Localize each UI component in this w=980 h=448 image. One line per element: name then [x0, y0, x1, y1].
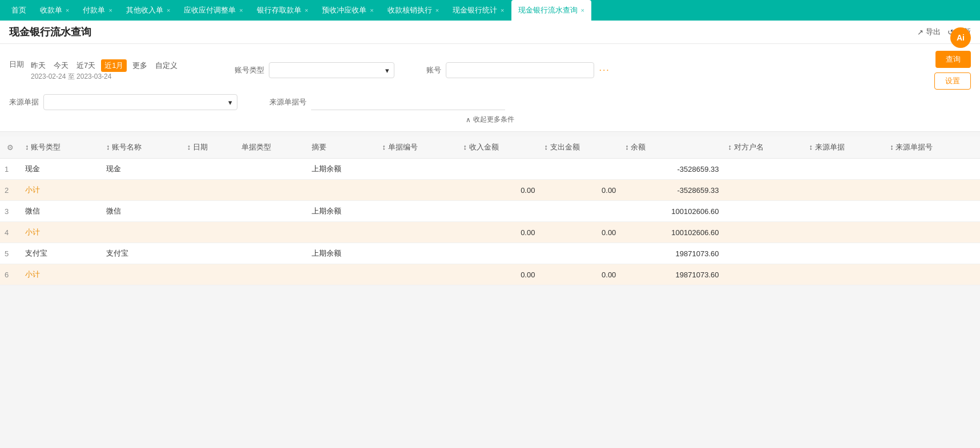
date-option-1month[interactable]: 近1月	[101, 59, 127, 72]
cell-account_name	[102, 222, 183, 243]
date-option-custom[interactable]: 自定义	[153, 59, 180, 72]
setting-button[interactable]: 设置	[934, 72, 971, 90]
table-row: 4小计0.000.00100102606.60	[0, 222, 980, 243]
nav-tab-6[interactable]: 收款核销执行 ×	[381, 0, 446, 21]
nav-tab-1[interactable]: 付款单 ×	[76, 0, 119, 21]
close-icon[interactable]: ×	[239, 7, 243, 14]
nav-tab-5[interactable]: 预收冲应收单 ×	[315, 0, 380, 21]
cell-date	[183, 180, 237, 201]
cell-counterpart	[724, 159, 805, 180]
column-expense[interactable]: ↕ 支出金额	[539, 136, 620, 159]
nav-tab-4[interactable]: 银行存取款单 ×	[250, 0, 315, 21]
cell-expense: 0.00	[539, 180, 620, 201]
close-icon[interactable]: ×	[581, 7, 584, 14]
nav-home[interactable]: 首页	[5, 0, 33, 21]
cell-account_name: 现金	[102, 159, 183, 180]
cell-expense	[539, 201, 620, 222]
column-balance[interactable]: ↕ 余额	[620, 136, 723, 159]
nav-tab-3[interactable]: 应收应付调整单 ×	[177, 0, 249, 21]
cell-source_doc_num	[885, 159, 980, 180]
close-icon[interactable]: ×	[501, 7, 504, 14]
cell-summary: 上期余额	[307, 159, 378, 180]
table-row: 6小计0.000.0019871073.60	[0, 264, 980, 285]
table-row: 2小计0.000.00-3528659.33	[0, 180, 980, 201]
export-button[interactable]: ↗ 导出	[917, 27, 941, 37]
cell-source_doc	[804, 243, 885, 264]
cell-source_doc	[804, 201, 885, 222]
nav-tab-0[interactable]: 收款单 ×	[33, 0, 76, 21]
cell-account_type: 小计	[21, 264, 102, 285]
close-icon[interactable]: ×	[305, 7, 308, 14]
table-container: ⚙ ↕ 账号类型 ↕ 账号名称 ↕ 日期 单据类型 摘要	[0, 136, 980, 285]
cell-summary	[307, 180, 378, 201]
export-icon: ↗	[917, 28, 923, 37]
cell-account_type: 小计	[21, 180, 102, 201]
close-icon[interactable]: ×	[167, 7, 170, 14]
column-source-doc-num[interactable]: ↕ 来源单据号	[885, 136, 980, 159]
nav-tab-8[interactable]: 现金银行流水查询 ×	[511, 0, 591, 21]
more-options-button[interactable]: ···	[599, 65, 610, 75]
ai-badge[interactable]: Ai	[950, 27, 971, 48]
date-range-display: 2023-02-24 至 2023-03-24	[31, 72, 180, 82]
column-summary[interactable]: 摘要	[307, 136, 378, 159]
cell-date	[183, 159, 237, 180]
account-input[interactable]	[446, 62, 594, 78]
column-income[interactable]: ↕ 收入金额	[459, 136, 540, 159]
cell-account_name	[102, 264, 183, 285]
column-account-name[interactable]: ↕ 账号名称	[102, 136, 183, 159]
account-label: 账号	[426, 65, 441, 75]
close-icon[interactable]: ×	[66, 7, 69, 14]
column-counterpart[interactable]: ↕ 对方户名	[724, 136, 805, 159]
cell-counterpart	[724, 201, 805, 222]
cell-doc_type	[237, 264, 308, 285]
cell-summary: 上期余额	[307, 201, 378, 222]
close-icon[interactable]: ×	[370, 7, 373, 14]
cell-balance: -3528659.33	[620, 180, 723, 201]
nav-tab-2[interactable]: 其他收入单 ×	[119, 0, 177, 21]
column-doc-type[interactable]: 单据类型	[237, 136, 308, 159]
column-date[interactable]: ↕ 日期	[183, 136, 237, 159]
column-account-type[interactable]: ↕ 账号类型	[21, 136, 102, 159]
cell-counterpart	[724, 243, 805, 264]
date-option-today[interactable]: 今天	[51, 59, 71, 72]
cell-account_name: 微信	[102, 201, 183, 222]
filter-row-1: 日期 昨天 今天 近7天 近1月 更多 自定义 2023-02-24 至 202…	[9, 51, 971, 90]
collapse-button[interactable]: ∧ 收起更多条件	[466, 115, 514, 124]
header-row: ⚙ ↕ 账号类型 ↕ 账号名称 ↕ 日期 单据类型 摘要	[0, 136, 980, 159]
cell-source_doc_num	[885, 264, 980, 285]
cell-summary: 上期余额	[307, 243, 378, 264]
cell-source_doc	[804, 264, 885, 285]
cell-account_type: 小计	[21, 222, 102, 243]
date-option-more[interactable]: 更多	[130, 59, 150, 72]
cell-source_doc_num	[885, 222, 980, 243]
cell-income	[459, 201, 540, 222]
column-gear[interactable]: ⚙	[0, 136, 21, 159]
source-doc-num-input[interactable]	[311, 94, 505, 110]
nav-tab-7[interactable]: 现金银行统计 ×	[446, 0, 511, 21]
table-body: 1现金现金上期余额-3528659.332小计0.000.00-3528659.…	[0, 159, 980, 285]
source-doc-num-group: 来源单据号	[269, 94, 505, 110]
cell-counterpart	[724, 180, 805, 201]
date-option-yesterday[interactable]: 昨天	[29, 59, 48, 72]
query-button[interactable]: 查询	[935, 51, 971, 68]
date-options-group: 昨天 今天 近7天 近1月 更多 自定义 2023-02-24 至 2023-0…	[29, 59, 180, 82]
cell-doc_type	[237, 159, 308, 180]
cell-source_doc_num	[885, 180, 980, 201]
source-doc-group: 来源单据 ▾	[9, 94, 237, 110]
cell-doc_type	[237, 222, 308, 243]
close-icon[interactable]: ×	[108, 7, 112, 14]
column-doc-num[interactable]: ↕ 单据编号	[378, 136, 459, 159]
close-icon[interactable]: ×	[435, 7, 439, 14]
cell-doc_num	[378, 264, 459, 285]
cell-counterpart	[724, 264, 805, 285]
column-source-doc[interactable]: ↕ 来源单据	[804, 136, 885, 159]
date-option-7days[interactable]: 近7天	[74, 59, 98, 72]
cell-balance: 100102606.60	[620, 201, 723, 222]
account-type-select[interactable]: ▾	[269, 62, 394, 78]
source-doc-select[interactable]: ▾	[43, 94, 237, 110]
cell-date	[183, 201, 237, 222]
cell-expense	[539, 243, 620, 264]
cell-source_doc_num	[885, 243, 980, 264]
chevron-down-icon: ▾	[385, 66, 389, 75]
date-label: 日期	[9, 59, 24, 70]
